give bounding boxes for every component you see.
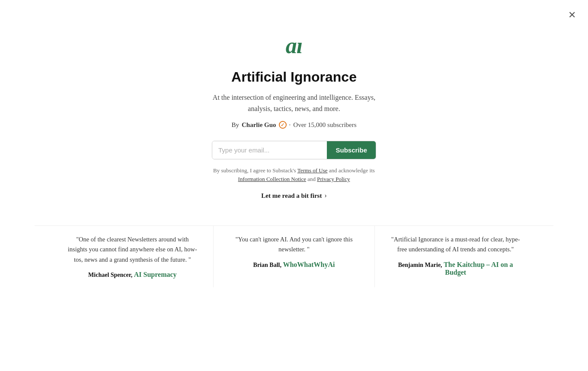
testimonial-3-author: Benjamin Marie, [398, 262, 444, 268]
author-line: By Charlie Guo ✓ · Over 15,000 subscribe… [231, 121, 356, 129]
testimonial-3: "Artificial Ignorance is a must-read for… [375, 226, 536, 287]
testimonial-2-source-link[interactable]: WhoWhatWhyAi [283, 261, 335, 268]
testimonial-1-source-link[interactable]: AI Supremacy [134, 271, 177, 278]
testimonial-2: "You can't ignore AI. And you can't igno… [214, 226, 375, 287]
testimonial-2-author-line: Brian Ball, WhoWhatWhyAi [227, 261, 361, 269]
subscribe-button[interactable]: Subscribe [327, 141, 376, 159]
privacy-policy-link[interactable]: Privacy Policy [317, 176, 350, 182]
terms-link[interactable]: Terms of Use [297, 167, 328, 174]
testimonial-3-source-link[interactable]: The Kaitchup – AI on a Budget [444, 261, 513, 276]
newsletter-description: At the intersection of engineering and i… [212, 92, 376, 114]
logo-area: aı [286, 35, 302, 57]
verified-icon: ✓ [279, 121, 287, 129]
testimonial-3-quote: "Artificial Ignorance is a must-read for… [389, 235, 522, 254]
by-label: By [231, 121, 239, 129]
testimonials-section: "One of the clearest Newsletters around … [35, 226, 553, 287]
testimonial-1-author-line: Michael Spencer, AI Supremacy [66, 271, 199, 279]
main-content: aı Artificial Ignorance At the intersect… [0, 0, 588, 287]
logo: aı [286, 33, 302, 58]
read-first-label: Let me read a bit first [261, 192, 322, 200]
newsletter-title: Artificial Ignorance [231, 69, 357, 85]
subscribe-form: Subscribe [212, 141, 376, 159]
testimonial-1-quote: "One of the clearest Newsletters around … [66, 235, 199, 265]
subscribers-count: Over 15,000 subscribers [293, 121, 356, 129]
testimonial-1: "One of the clearest Newsletters around … [52, 226, 214, 287]
read-first-link[interactable]: Let me read a bit first › [261, 192, 326, 200]
close-button[interactable]: ✕ [566, 9, 578, 22]
testimonial-1-author: Michael Spencer, [88, 272, 134, 278]
testimonial-3-author-line: Benjamin Marie, The Kaitchup – AI on a B… [389, 261, 522, 276]
chevron-right-icon: › [324, 192, 326, 200]
collection-notice-link[interactable]: Information Collection Notice [238, 176, 306, 182]
dot-separator: · [289, 121, 291, 129]
testimonial-2-quote: "You can't ignore AI. And you can't igno… [227, 235, 361, 254]
legal-prefix: By subscribing, I agree to Substack's [213, 167, 296, 174]
legal-text: By subscribing, I agree to Substack's Te… [212, 166, 376, 183]
testimonial-2-author: Brian Ball, [253, 262, 283, 268]
email-input[interactable] [212, 141, 327, 159]
author-name: Charlie Guo [242, 121, 276, 129]
